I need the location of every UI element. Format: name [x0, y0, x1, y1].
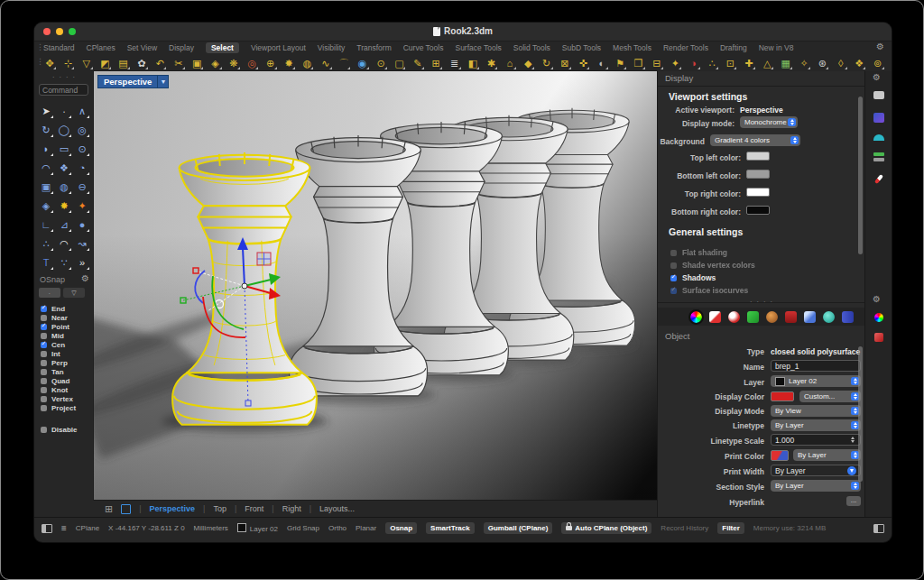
decal-icon[interactable] [804, 311, 816, 323]
toolbar-icon[interactable]: ❒ [633, 58, 645, 69]
surface-tool-icon[interactable]: ❖ [57, 161, 71, 176]
toolbar-icon[interactable]: ✧ [798, 58, 810, 69]
text-tool-icon[interactable]: T [39, 256, 53, 271]
status-cplane[interactable]: CPlane [76, 524, 99, 532]
arc-tool-icon[interactable]: ◗ [39, 143, 53, 157]
osnap-vertex[interactable]: Vertex [41, 394, 76, 403]
extrude-tool-icon[interactable]: ∟ [39, 218, 53, 233]
status-planar[interactable]: Planar [356, 524, 376, 532]
tab-curve-tools[interactable]: Curve Tools [403, 43, 444, 52]
checkbox-icon[interactable] [41, 378, 47, 384]
display-color-dropdown[interactable]: Custom... [799, 391, 861, 402]
layer-dropdown[interactable]: Layer 02 [771, 375, 861, 387]
checkbox-icon[interactable] [41, 324, 47, 330]
checkbox-icon[interactable] [41, 306, 47, 312]
polyline-tool-icon[interactable]: ∧ [75, 105, 89, 119]
rendering-panel-tab-icon[interactable] [873, 113, 884, 123]
gumball-origin[interactable] [242, 283, 247, 289]
toolbar-icon[interactable]: ⊠ [559, 58, 571, 69]
print-width-dropdown[interactable]: By Layer [771, 465, 861, 476]
toolbar-icon[interactable]: ⊚ [872, 58, 884, 69]
texture-icon[interactable] [747, 311, 759, 323]
print-color-dropdown[interactable]: By Layer [793, 449, 861, 461]
layers-tab-icon[interactable] [873, 152, 884, 156]
toolbar-icon[interactable]: ✱ [485, 58, 497, 69]
color-wheel-icon[interactable] [690, 311, 702, 323]
bottom-right-color-swatch[interactable] [746, 206, 770, 215]
box-material-icon[interactable] [785, 311, 797, 323]
tab-display[interactable]: Display [169, 43, 194, 52]
toolbar-icon[interactable]: ⊙ [374, 58, 387, 69]
right-panel-toggle-icon[interactable] [873, 524, 884, 533]
sphere-tool-icon[interactable]: ◍ [57, 180, 71, 195]
points-tool-icon[interactable]: ∴ [39, 237, 53, 252]
toolbar-icon[interactable]: ▢ [393, 58, 405, 69]
polygon-tool-icon[interactable]: ⊙ [75, 143, 89, 157]
osnap-knot[interactable]: Knot [41, 385, 76, 394]
toolbar-icon[interactable]: ✎ [411, 58, 424, 69]
toolbar-icon[interactable]: ▤ [117, 58, 130, 69]
top-right-color-swatch[interactable] [746, 188, 770, 197]
status-record-history[interactable]: Record History [661, 524, 708, 532]
perspective-viewport[interactable]: Perspective ▼ [94, 71, 657, 500]
status-ortho[interactable]: Ortho [328, 524, 346, 532]
surface-isocurves-checkbox[interactable]: Surface isocurves [670, 286, 748, 295]
toolbar-icon[interactable]: ▽ [80, 58, 93, 69]
tab-transform[interactable]: Transform [356, 43, 391, 52]
box-tool-icon[interactable]: ▣ [39, 180, 53, 195]
viewport-tab-perspective[interactable]: Perspective [150, 504, 196, 513]
toolbar-icon[interactable]: ◈ [209, 58, 222, 69]
explode-tool-icon[interactable]: ✸ [57, 199, 71, 214]
viewport-title-menu-icon[interactable]: ▼ [158, 75, 169, 88]
toolbar-icon[interactable]: ⚑ [614, 58, 626, 69]
toolbar-icon[interactable]: ↻ [541, 58, 553, 69]
toolbar-icon[interactable]: ❋ [227, 58, 240, 69]
viewport-canvas[interactable] [94, 71, 657, 500]
toolbar-icon[interactable]: ⌂ [504, 58, 516, 69]
toolbar-icon[interactable]: ◍ [300, 58, 313, 69]
object-name-input[interactable]: brep_1 [771, 360, 861, 372]
toolbar-icon[interactable]: ∿ [319, 58, 332, 69]
tab-visibility[interactable]: Visibility [318, 43, 346, 52]
toolbar-icon[interactable]: ✂ [172, 58, 185, 69]
gumball-scale-x-handle[interactable] [193, 268, 199, 273]
tab-mesh-tools[interactable]: Mesh Tools [613, 43, 651, 52]
toolbar2-drag-handle[interactable]: ⋮ [36, 57, 43, 66]
viewport-maximize-icon[interactable] [121, 504, 131, 514]
toolbar-icon[interactable]: ✜ [577, 58, 589, 69]
rook-1[interactable] [290, 135, 428, 396]
tab-drafting[interactable]: Drafting [720, 43, 747, 52]
status-layer[interactable]: Layer 02 [237, 523, 278, 533]
tab-surface-tools[interactable]: Surface Tools [455, 43, 501, 52]
ellipse-tool-icon[interactable]: ◎ [75, 124, 89, 138]
command-input[interactable]: Command [39, 84, 88, 96]
tab-set-view[interactable]: Set View [127, 43, 157, 52]
osnap-tab-points[interactable]: ∙ [39, 288, 60, 298]
viewport-grid-icon[interactable]: ⊞ [105, 503, 113, 515]
osnap-cen[interactable]: Cen [41, 340, 76, 349]
circle-tool-icon[interactable]: ◯ [57, 124, 71, 138]
toolbar-icon[interactable]: ◧ [467, 58, 479, 69]
print-color-swatch[interactable] [771, 450, 789, 461]
section-style-dropdown[interactable]: By Layer [771, 480, 861, 492]
torus-tool-icon[interactable]: ⊖ [75, 180, 89, 195]
tab-render-tools[interactable]: Render Tools [663, 43, 708, 52]
more-tools-icon[interactable]: » [75, 256, 89, 271]
rectangle-tool-icon[interactable]: ▭ [57, 143, 71, 157]
env-sphere-icon[interactable] [823, 311, 835, 323]
status-filter[interactable]: Filter [717, 522, 744, 534]
point-cloud-tool-icon[interactable]: ∵ [57, 256, 71, 271]
osnap-quad[interactable]: Quad [41, 376, 76, 385]
stepper-icon[interactable] [849, 435, 856, 445]
display-mode-object-dropdown[interactable]: By View [771, 405, 861, 417]
status-gumball[interactable]: Gumball (CPlane) [484, 522, 553, 534]
checkbox-icon[interactable] [41, 427, 47, 433]
sidebar-drag-handle[interactable]: · · · · [34, 72, 94, 81]
toolbar-drag-handle[interactable]: ⋮ [36, 42, 43, 51]
status-auto-cplane[interactable]: Auto CPlane (Object) [561, 522, 651, 534]
material-tab-icon[interactable] [874, 333, 883, 342]
checkbox-icon[interactable] [41, 405, 47, 411]
checkbox-icon[interactable] [41, 342, 47, 348]
pbr-sphere-icon[interactable] [766, 311, 778, 323]
checkbox-icon[interactable] [41, 387, 47, 393]
